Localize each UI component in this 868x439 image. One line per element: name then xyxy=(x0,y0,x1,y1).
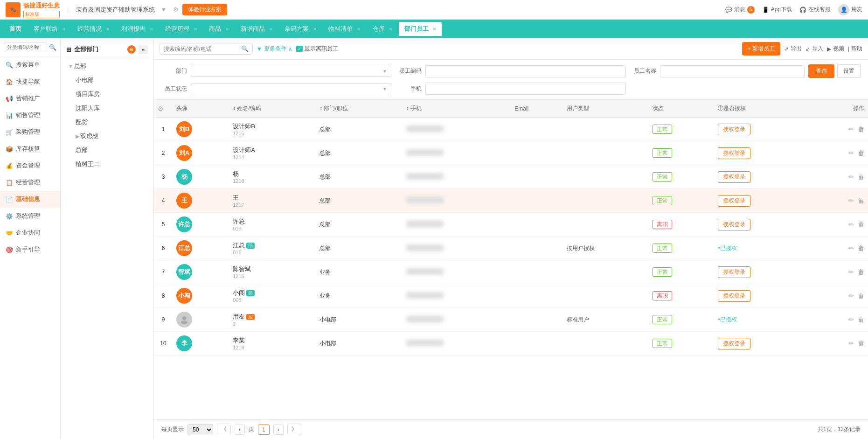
dept-tree-item-shenyang[interactable]: 沈阳大库 xyxy=(72,101,150,115)
tab-profit[interactable]: 利润报告 × xyxy=(116,22,159,36)
dept-tree-item-peihuo[interactable]: 配货 xyxy=(72,115,150,129)
edit-icon[interactable]: ✏ xyxy=(848,244,854,252)
tab-add-goods[interactable]: 新增商品 × xyxy=(235,22,278,36)
sidebar-item-system[interactable]: ⚙️系统管理 xyxy=(0,208,60,224)
message-btn[interactable]: 💬 消息 6 xyxy=(725,6,755,14)
delete-icon[interactable]: 🗑 xyxy=(858,221,864,228)
set-button[interactable]: 设置 xyxy=(837,64,861,78)
edit-icon[interactable]: ✏ xyxy=(848,197,854,204)
auth-login-btn[interactable]: 授权登录 xyxy=(718,338,750,349)
edit-icon[interactable]: ✏ xyxy=(848,316,854,323)
online-service-btn[interactable]: 🎧 在线客服 xyxy=(799,6,831,14)
edit-icon[interactable]: ✏ xyxy=(848,149,854,157)
col-name[interactable]: ↕ 姓名/编码 xyxy=(229,100,316,118)
tab-department[interactable]: 部门员工 × xyxy=(399,22,442,36)
sidebar-item-nav[interactable]: 🏠快捷导航 xyxy=(0,73,60,90)
add-employee-button[interactable]: + 新增员工 xyxy=(742,42,780,56)
sidebar-item-inventory[interactable]: 📦库存核算 xyxy=(0,140,60,157)
edit-icon[interactable]: ✏ xyxy=(848,125,854,133)
query-button[interactable]: 查询 xyxy=(808,64,834,78)
delete-icon[interactable]: 🗑 xyxy=(858,268,864,276)
dept-tree-item-project[interactable]: 项目库房 xyxy=(72,87,150,101)
delete-icon[interactable]: 🗑 xyxy=(858,316,864,323)
delete-icon[interactable]: 🗑 xyxy=(858,340,864,347)
tab-home[interactable]: 首页 xyxy=(4,22,27,36)
tab-goods[interactable]: 商品 × xyxy=(203,22,234,36)
tab-process[interactable]: 经营历程 × xyxy=(160,22,202,36)
close-icon[interactable]: × xyxy=(62,26,65,32)
help-btn[interactable]: | 帮助 xyxy=(848,45,862,53)
dept-tree-item-zhishu[interactable]: 植树王二 xyxy=(72,157,150,171)
sidebar-item-marketing[interactable]: 📢营销推广 xyxy=(0,90,60,107)
app-download-btn[interactable]: 📱 App下载 xyxy=(762,6,792,14)
close-icon[interactable]: × xyxy=(106,26,109,32)
sidebar-item-search[interactable]: 🔍搜索菜单 xyxy=(0,56,60,73)
user-btn[interactable]: 👤 用友 xyxy=(838,4,862,15)
trial-button[interactable]: 体验行业方案 xyxy=(182,4,227,15)
more-filter-btn[interactable]: ▼ 更多条件 ∧ xyxy=(257,45,292,53)
next-page-btn[interactable]: › xyxy=(273,425,284,435)
sidebar-item-management[interactable]: 📋经营管理 xyxy=(0,174,60,191)
close-icon[interactable]: × xyxy=(313,26,316,32)
delete-icon[interactable]: 🗑 xyxy=(858,125,864,133)
delete-icon[interactable]: 🗑 xyxy=(858,197,864,204)
close-icon[interactable]: × xyxy=(226,26,229,32)
close-icon[interactable]: × xyxy=(389,26,392,32)
col-phone[interactable]: ↕ 手机 xyxy=(403,100,511,118)
col-settings[interactable]: ⚙ xyxy=(154,100,173,118)
expand-icon[interactable]: ▼ xyxy=(68,63,73,69)
edit-icon[interactable]: ✏ xyxy=(848,173,854,181)
last-page-btn[interactable]: 》 xyxy=(287,424,301,435)
tab-barcode[interactable]: 条码方案 × xyxy=(279,22,322,36)
sidebar-item-guide[interactable]: 🎯新手引导 xyxy=(0,241,60,258)
delete-icon[interactable]: 🗑 xyxy=(858,173,864,181)
auth-login-btn[interactable]: 授权登录 xyxy=(718,195,750,207)
delete-icon[interactable]: 🗑 xyxy=(858,244,864,252)
sidebar-item-basic[interactable]: 📄基础信息 xyxy=(0,191,60,208)
export-btn[interactable]: ↗ 导出 xyxy=(784,45,802,53)
row-auth[interactable]: 授权登录 xyxy=(714,260,811,284)
sidebar-search-icon[interactable]: 🔍 xyxy=(49,44,56,51)
tab-bom[interactable]: 物料清单 × xyxy=(323,22,366,36)
dept-tree-item-zongbu2[interactable]: 总部 xyxy=(72,143,150,157)
close-icon[interactable]: × xyxy=(433,26,436,32)
auth-login-btn[interactable]: 授权登录 xyxy=(718,171,750,183)
auth-login-btn[interactable]: 授权登录 xyxy=(718,219,750,230)
dept-select[interactable]: ▼ xyxy=(191,66,391,77)
auth-login-btn[interactable]: 授权登录 xyxy=(718,124,750,135)
close-icon[interactable]: × xyxy=(270,26,272,32)
auth-login-btn[interactable]: 授权登录 xyxy=(718,290,750,302)
dept-tree-item-shuanglv[interactable]: ▶双虑想 xyxy=(72,129,150,143)
row-auth[interactable]: 授权登录 xyxy=(714,165,811,189)
expand-icon[interactable]: ▶ xyxy=(76,133,79,139)
close-icon[interactable]: × xyxy=(357,26,360,32)
empcode-input[interactable] xyxy=(425,65,626,77)
sidebar-item-sales[interactable]: 📊销售管理 xyxy=(0,107,60,124)
sidebar-item-collab[interactable]: 🤝企业协同 xyxy=(0,224,60,241)
view-btn[interactable]: ▶ 视频 xyxy=(827,45,844,53)
delete-icon[interactable]: 🗑 xyxy=(858,292,864,300)
tab-warehouse[interactable]: 仓库 × xyxy=(367,22,398,36)
edit-icon[interactable]: ✏ xyxy=(848,221,854,228)
phone-input[interactable] xyxy=(425,83,626,95)
sidebar-search-input[interactable] xyxy=(4,42,47,52)
collapse-btn[interactable]: « xyxy=(139,45,148,54)
search-input[interactable] xyxy=(164,46,239,52)
tab-customer[interactable]: 客户联络 × xyxy=(28,22,71,36)
show-inactive-toggle[interactable]: ✓ 显示离职员工 xyxy=(296,45,338,53)
close-icon[interactable]: × xyxy=(150,26,153,32)
auth-login-btn[interactable]: 授权登录 xyxy=(718,266,750,278)
dept-tree-item-xdbu[interactable]: 小电部 xyxy=(72,73,150,87)
dropdown-icon[interactable]: ▼ xyxy=(160,6,167,13)
page-size-select[interactable]: 50 100 xyxy=(187,424,213,435)
row-auth[interactable]: 授权登录 xyxy=(714,118,811,141)
auth-login-btn[interactable]: 授权登录 xyxy=(718,147,750,159)
dept-tree-item-zongbu[interactable]: ▼ 总部 xyxy=(64,59,150,73)
status-select[interactable]: ▼ xyxy=(191,84,391,94)
first-page-btn[interactable]: 《 xyxy=(217,424,231,435)
sidebar-item-purchase[interactable]: 🛒采购管理 xyxy=(0,124,60,140)
edit-icon[interactable]: ✏ xyxy=(848,292,854,300)
row-auth[interactable]: 授权登录 xyxy=(714,332,811,355)
settings-icon[interactable]: ⚙ xyxy=(173,6,179,13)
close-icon[interactable]: × xyxy=(194,26,197,32)
